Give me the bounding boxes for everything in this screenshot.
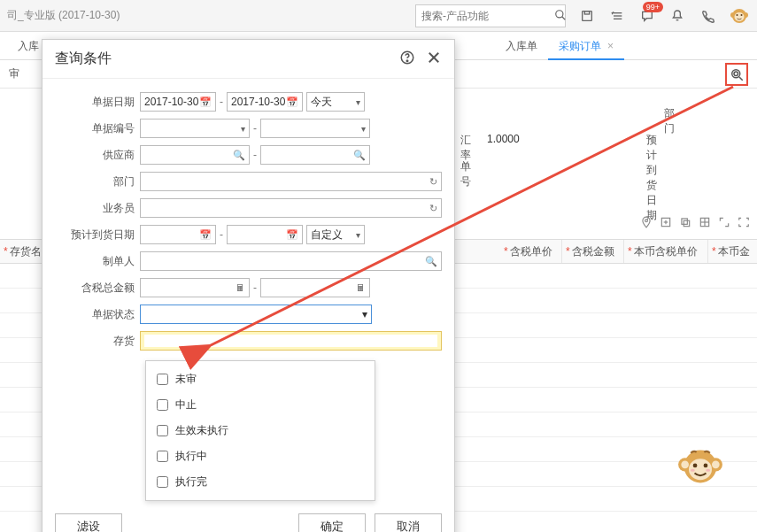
chevron-down-icon: ▾ — [362, 308, 367, 320]
row-inventory: 存货 — [55, 330, 442, 351]
row-salesman: 业务员 ↻ — [55, 197, 442, 219]
tab-inbound[interactable]: 入库单 — [495, 32, 548, 60]
inventory-input[interactable] — [140, 331, 442, 351]
status-dropdown: 未审 中止 生效未执行 执行中 执行完 — [145, 360, 375, 501]
svg-point-16 — [734, 72, 738, 76]
rate-value: 1.0000 — [487, 133, 520, 145]
grid-icon[interactable] — [699, 216, 711, 231]
svg-line-15 — [739, 77, 743, 81]
calendar-icon[interactable]: 📅 — [286, 229, 298, 241]
calc-icon[interactable]: 🖩 — [356, 282, 366, 293]
status-select[interactable]: ▾ — [140, 305, 372, 324]
dialog-title: 查询条件 — [55, 50, 112, 68]
dialog-body: 单据日期 2017-10-30📅 - 2017-10-30📅 今天▾ 单据编号 … — [42, 79, 454, 506]
svg-point-13 — [741, 14, 743, 16]
search-icon[interactable]: 🔍 — [425, 256, 437, 267]
expect-range-select[interactable]: 自定义▾ — [306, 225, 365, 244]
search-icon[interactable] — [554, 9, 567, 23]
toolbar-left-partial: 审 — [9, 66, 19, 81]
chevron-down-icon: ▾ — [241, 124, 245, 134]
row-date: 单据日期 2017-10-30📅 - 2017-10-30📅 今天▾ — [55, 91, 442, 112]
amount-to-input[interactable]: 🖩 — [260, 278, 370, 297]
expect-to-input[interactable]: 📅 — [227, 225, 303, 244]
calc-icon[interactable]: 🖩 — [236, 282, 245, 293]
status-option-executing[interactable]: 执行中 — [146, 443, 375, 469]
expect-date-label: 预计到货日期 — [646, 133, 657, 223]
close-icon[interactable] — [426, 50, 442, 68]
svg-line-1 — [562, 16, 566, 19]
search-icon[interactable]: 🔍 — [233, 150, 245, 161]
svg-rect-3 — [584, 11, 589, 13]
svg-rect-21 — [682, 219, 687, 224]
status-option-effective-unexec[interactable]: 生效未执行 — [146, 418, 375, 443]
refresh-icon[interactable]: ↻ — [429, 176, 437, 188]
tab-purchase-order[interactable]: 采购订单 × — [548, 32, 624, 60]
expand-icon[interactable] — [738, 216, 750, 231]
copy-icon[interactable] — [679, 216, 691, 231]
svg-point-27 — [406, 60, 408, 62]
top-icon-bar: 99+ — [578, 5, 750, 27]
dept-input[interactable]: ↻ — [140, 172, 442, 191]
maker-input[interactable]: 🔍 — [140, 251, 442, 271]
docno-from-select[interactable]: ▾ — [140, 119, 250, 138]
add-icon[interactable] — [660, 216, 672, 231]
advanced-search-button[interactable] — [725, 63, 748, 86]
supplier-to-input[interactable]: 🔍 — [260, 145, 370, 165]
svg-point-0 — [556, 10, 563, 17]
location-icon[interactable] — [640, 216, 653, 231]
global-search-input[interactable] — [421, 10, 554, 22]
row-amount: 含税总金额 🖩 - 🖩 — [55, 277, 442, 298]
chevron-down-icon: ▾ — [356, 230, 360, 240]
svg-point-39 — [704, 464, 708, 468]
refresh-icon[interactable]: ↻ — [429, 203, 437, 214]
row-dept: 部门 ↻ — [55, 171, 442, 192]
row-docno: 单据编号 ▾ - ▾ — [55, 118, 442, 139]
row-status: 单据状态 ▾ — [55, 304, 442, 325]
cancel-button[interactable]: 取消 — [375, 513, 442, 532]
global-search[interactable] — [415, 4, 566, 27]
dialog-footer: 滤设 确定 取消 — [42, 506, 454, 532]
top-bar: 司_专业版 (2017-10-30) 99+ — [0, 0, 757, 32]
calendar-icon[interactable]: 📅 — [286, 96, 298, 108]
date-range-select[interactable]: 今天▾ — [306, 92, 365, 112]
list-icon[interactable] — [608, 7, 626, 25]
search-icon[interactable]: 🔍 — [353, 150, 366, 161]
message-icon[interactable]: 99+ — [638, 7, 656, 25]
status-option-suspended[interactable]: 中止 — [146, 392, 375, 418]
svg-point-38 — [693, 464, 698, 468]
expect-from-input[interactable]: 📅 — [140, 225, 216, 244]
status-option-unaudited[interactable]: 未审 — [146, 366, 375, 392]
docno-to-select[interactable]: ▾ — [260, 119, 370, 138]
col-tax-price: *含税单价 — [500, 240, 562, 263]
query-dialog: 查询条件 单据日期 2017-10-30📅 - 2017-10-30📅 今天▾ … — [42, 39, 455, 532]
date-to-input[interactable]: 2017-10-30📅 — [227, 92, 303, 112]
save-icon[interactable] — [578, 7, 596, 25]
bell-icon[interactable] — [668, 7, 686, 25]
fullscreen-icon[interactable] — [718, 216, 730, 231]
chevron-down-icon: ▾ — [356, 97, 360, 107]
docno-label: 单号 — [460, 159, 471, 189]
row-supplier: 供应商 🔍 - 🔍 — [55, 144, 442, 166]
supplier-from-input[interactable]: 🔍 — [140, 145, 250, 165]
svg-point-11 — [735, 12, 745, 21]
date-from-input[interactable]: 2017-10-30📅 — [140, 92, 216, 112]
assistant-monkey-icon[interactable] — [677, 443, 723, 490]
app-title: 司_专业版 (2017-10-30) — [7, 8, 120, 23]
svg-point-41 — [706, 469, 710, 472]
col-inventory-name: *存货名 — [0, 240, 44, 263]
calendar-icon[interactable]: 📅 — [199, 96, 212, 108]
monkey-icon[interactable] — [729, 5, 750, 27]
close-icon[interactable]: × — [607, 40, 614, 52]
calendar-icon[interactable]: 📅 — [199, 229, 212, 241]
help-icon[interactable] — [399, 50, 415, 68]
filter-settings-button[interactable]: 滤设 — [55, 513, 122, 532]
col-local-tax-price: *本币含税单价 — [624, 240, 708, 263]
rate-label: 汇率 — [460, 133, 471, 163]
salesman-input[interactable]: ↻ — [140, 198, 442, 218]
ok-button[interactable]: 确定 — [298, 513, 366, 532]
phone-icon[interactable] — [699, 7, 716, 25]
svg-point-40 — [691, 469, 695, 472]
amount-from-input[interactable]: 🖩 — [140, 278, 250, 297]
status-option-executed[interactable]: 执行完 — [146, 469, 375, 495]
table-tool-icons — [640, 216, 750, 231]
